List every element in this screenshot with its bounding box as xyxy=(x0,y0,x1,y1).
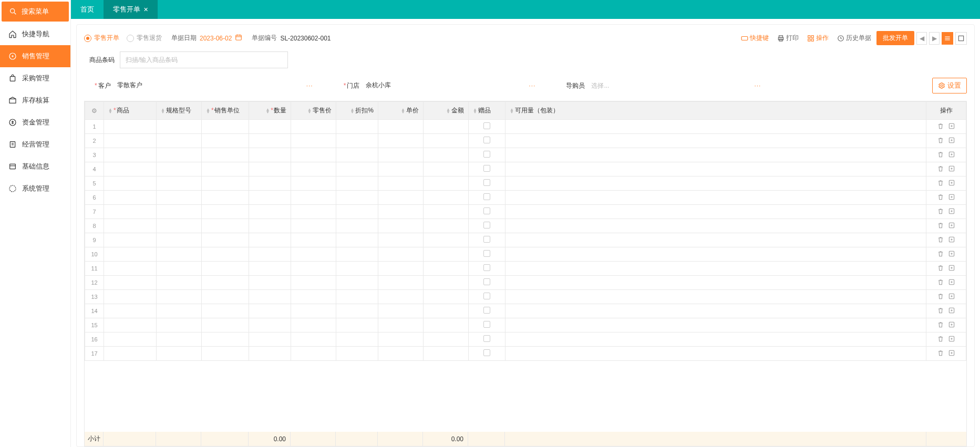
cell-spec[interactable] xyxy=(157,162,202,176)
cell-qty[interactable] xyxy=(249,290,291,304)
gift-checkbox[interactable] xyxy=(483,335,490,342)
cell-unit-price[interactable] xyxy=(378,162,424,176)
cell-amount[interactable] xyxy=(424,290,469,304)
delete-row-button[interactable] xyxy=(936,152,945,160)
cell-amount[interactable] xyxy=(424,191,469,205)
cell-amount[interactable] xyxy=(424,318,469,332)
cell-gift[interactable] xyxy=(469,262,506,276)
cell-amount[interactable] xyxy=(424,347,469,361)
cell-qty[interactable] xyxy=(249,191,291,205)
cell-discount[interactable] xyxy=(336,290,378,304)
table-row[interactable]: 6 xyxy=(85,191,966,205)
cell-unit[interactable] xyxy=(202,176,249,191)
cell-amount[interactable] xyxy=(424,219,469,233)
cell-unit[interactable] xyxy=(202,120,249,134)
cell-product[interactable] xyxy=(104,332,157,347)
cell-unit-price[interactable] xyxy=(378,176,424,191)
list-view-button[interactable] xyxy=(942,32,953,45)
operate-button[interactable]: 操作 xyxy=(804,32,832,45)
cell-product[interactable] xyxy=(104,318,157,332)
cell-qty[interactable] xyxy=(249,262,291,276)
cell-qty[interactable] xyxy=(249,304,291,318)
cell-retail-price[interactable] xyxy=(291,191,336,205)
cell-gift[interactable] xyxy=(469,120,506,134)
cell-spec[interactable] xyxy=(157,276,202,290)
cell-unit-price[interactable] xyxy=(378,148,424,162)
gift-checkbox[interactable] xyxy=(483,321,490,328)
cell-amount[interactable] xyxy=(424,262,469,276)
nav-item-money[interactable]: 资金管理 xyxy=(0,111,70,133)
add-row-button[interactable] xyxy=(947,280,956,287)
prev-button[interactable]: ◀ xyxy=(916,32,927,45)
cell-discount[interactable] xyxy=(336,304,378,318)
col-retail-price[interactable]: ▲▼零售价 xyxy=(291,102,336,120)
table-row[interactable]: 3 xyxy=(85,148,966,162)
table-row[interactable]: 15 xyxy=(85,318,966,332)
cell-discount[interactable] xyxy=(336,247,378,262)
cell-amount[interactable] xyxy=(424,247,469,262)
cell-amount[interactable] xyxy=(424,304,469,318)
cell-gift[interactable] xyxy=(469,276,506,290)
cell-retail-price[interactable] xyxy=(291,233,336,247)
table-row[interactable]: 11 xyxy=(85,262,966,276)
cell-gift[interactable] xyxy=(469,233,506,247)
cell-unit-price[interactable] xyxy=(378,120,424,134)
cell-unit[interactable] xyxy=(202,304,249,318)
add-row-button[interactable] xyxy=(947,294,956,302)
shortcut-button[interactable]: 快捷键 xyxy=(738,32,772,45)
cell-retail-price[interactable] xyxy=(291,304,336,318)
cell-unit-price[interactable] xyxy=(378,262,424,276)
customer-field[interactable] xyxy=(115,78,299,93)
nav-item-info[interactable]: 基础信息 xyxy=(0,155,70,178)
next-button[interactable]: ▶ xyxy=(929,32,940,45)
cell-discount[interactable] xyxy=(336,134,378,148)
nav-item-inventory[interactable]: 库存核算 xyxy=(0,89,70,111)
add-row-button[interactable] xyxy=(947,124,956,131)
add-row-button[interactable] xyxy=(947,209,956,216)
table-row[interactable]: 2 xyxy=(85,134,966,148)
delete-row-button[interactable] xyxy=(936,237,945,245)
table-row[interactable]: 8 xyxy=(85,219,966,233)
cell-qty[interactable] xyxy=(249,318,291,332)
cell-product[interactable] xyxy=(104,233,157,247)
delete-row-button[interactable] xyxy=(936,223,945,231)
cell-amount[interactable] xyxy=(424,233,469,247)
nav-item-home[interactable]: 快捷导航 xyxy=(0,23,70,45)
cell-retail-price[interactable] xyxy=(291,262,336,276)
cell-discount[interactable] xyxy=(336,162,378,176)
cell-amount[interactable] xyxy=(424,276,469,290)
table-row[interactable]: 12 xyxy=(85,276,966,290)
cell-retail-price[interactable] xyxy=(291,120,336,134)
delete-row-button[interactable] xyxy=(936,294,945,302)
cell-retail-price[interactable] xyxy=(291,134,336,148)
cell-qty[interactable] xyxy=(249,134,291,148)
col-unit-price[interactable]: ▲▼单价 xyxy=(378,102,424,120)
cell-product[interactable] xyxy=(104,247,157,262)
gift-checkbox[interactable] xyxy=(483,165,490,172)
cell-retail-price[interactable] xyxy=(291,347,336,361)
cell-spec[interactable] xyxy=(157,332,202,347)
cell-unit-price[interactable] xyxy=(378,318,424,332)
barcode-input[interactable] xyxy=(120,51,288,68)
cell-discount[interactable] xyxy=(336,191,378,205)
settings-button[interactable]: 设置 xyxy=(932,78,967,93)
cell-spec[interactable] xyxy=(157,148,202,162)
cell-product[interactable] xyxy=(104,162,157,176)
cell-retail-price[interactable] xyxy=(291,219,336,233)
gift-checkbox[interactable] xyxy=(483,307,490,314)
cell-retail-price[interactable] xyxy=(291,162,336,176)
cell-qty[interactable] xyxy=(249,247,291,262)
cell-spec[interactable] xyxy=(157,347,202,361)
col-gift[interactable]: ▲▼赠品 xyxy=(469,102,506,120)
cell-discount[interactable] xyxy=(336,318,378,332)
cell-unit-price[interactable] xyxy=(378,205,424,219)
store-lookup-button[interactable]: ··· xyxy=(525,82,539,89)
cell-retail-price[interactable] xyxy=(291,276,336,290)
cell-gift[interactable] xyxy=(469,205,506,219)
delete-row-button[interactable] xyxy=(936,124,945,131)
cell-product[interactable] xyxy=(104,262,157,276)
cell-gift[interactable] xyxy=(469,219,506,233)
cell-product[interactable] xyxy=(104,219,157,233)
gift-checkbox[interactable] xyxy=(483,137,490,143)
table-row[interactable]: 9 xyxy=(85,233,966,247)
